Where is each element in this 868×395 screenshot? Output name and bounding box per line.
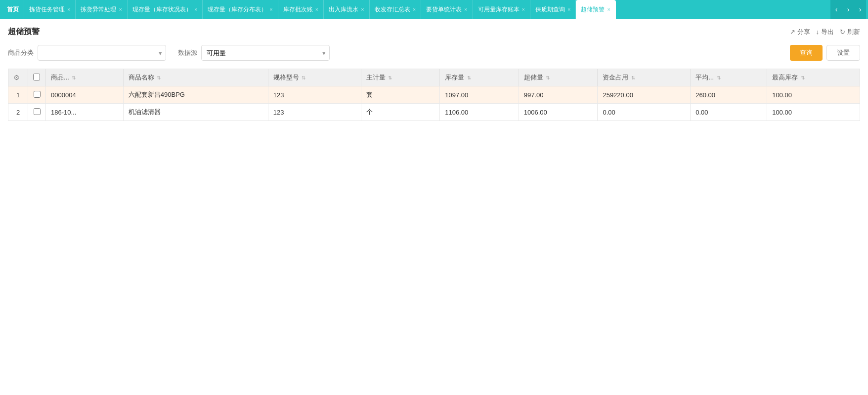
capital-usage: 0.00 bbox=[598, 104, 691, 121]
max-stock: 100.00 bbox=[767, 86, 860, 104]
avg: 0.00 bbox=[691, 104, 767, 121]
share-icon: ↗ bbox=[790, 28, 795, 36]
nav-arrow-group: ‹ › › bbox=[830, 0, 866, 19]
th-product-name: 商品名称 ⇅ bbox=[123, 69, 268, 86]
page-content: 超储预警 ↗ 分享 ↓ 导出 ↻ 刷新 商品分类 bbox=[0, 19, 868, 395]
product-code: 186-10... bbox=[46, 104, 124, 121]
product-name: 六配套新昌490BPG bbox=[123, 86, 268, 104]
close-icon[interactable]: × bbox=[67, 6, 70, 12]
row-checkbox[interactable] bbox=[34, 91, 41, 98]
unit: 个 bbox=[361, 104, 440, 121]
tab-label: 保质期查询 bbox=[535, 5, 565, 14]
sort-icon[interactable]: ⇅ bbox=[467, 75, 471, 80]
close-icon[interactable]: × bbox=[194, 6, 197, 12]
header-actions: ↗ 分享 ↓ 导出 ↻ 刷新 bbox=[790, 28, 861, 37]
tab-label: 要货单统计表 bbox=[426, 5, 462, 14]
spec: 123 bbox=[268, 104, 361, 121]
share-action[interactable]: ↗ 分享 bbox=[790, 28, 810, 37]
spec: 123 bbox=[268, 86, 361, 104]
close-icon[interactable]: × bbox=[607, 6, 610, 12]
gear-icon[interactable]: ⚙ bbox=[13, 74, 20, 81]
stock-qty: 1097.00 bbox=[440, 86, 519, 104]
nav-menu-button[interactable]: › bbox=[854, 0, 866, 19]
top-navigation: 首页 拣货任务管理 × 拣货异常处理 × 现存量（库存状况表） × 现存量（库存… bbox=[0, 0, 868, 19]
over-qty: 1006.00 bbox=[519, 104, 598, 121]
th-max-stock: 最高库存 ⇅ bbox=[767, 69, 860, 86]
query-button[interactable]: 查询 bbox=[790, 45, 823, 61]
th-gear: ⚙ bbox=[8, 69, 28, 86]
filter-row: 商品分类 数据源 可用量 查询 设置 bbox=[8, 45, 860, 61]
close-icon[interactable]: × bbox=[464, 6, 467, 12]
th-unit: 主计量 ⇅ bbox=[361, 69, 440, 86]
sort-icon[interactable]: ⇅ bbox=[631, 75, 635, 80]
tab-label: 可用量库存账本 bbox=[478, 5, 520, 14]
close-icon[interactable]: × bbox=[315, 6, 318, 12]
refresh-action[interactable]: ↻ 刷新 bbox=[840, 28, 860, 37]
th-avg: 平均... ⇅ bbox=[691, 69, 767, 86]
category-label: 商品分类 bbox=[8, 48, 34, 57]
unit: 套 bbox=[361, 86, 440, 104]
category-select-wrapper bbox=[38, 45, 166, 61]
sort-icon[interactable]: ⇅ bbox=[717, 75, 721, 80]
select-all-checkbox[interactable] bbox=[33, 74, 40, 80]
export-action[interactable]: ↓ 导出 bbox=[816, 28, 834, 37]
nav-tab-churukuliushui[interactable]: 出入库流水 × bbox=[324, 0, 369, 19]
sort-icon[interactable]: ⇅ bbox=[546, 75, 550, 80]
tab-label: 现存量（库存分布表） bbox=[208, 5, 267, 14]
category-filter-group: 商品分类 bbox=[8, 45, 166, 61]
sort-icon[interactable]: ⇅ bbox=[801, 75, 805, 80]
th-capital-usage: 资金占用 ⇅ bbox=[598, 69, 691, 86]
close-icon[interactable]: × bbox=[361, 6, 364, 12]
close-icon[interactable]: × bbox=[522, 6, 525, 12]
sort-icon[interactable]: ⇅ bbox=[72, 75, 76, 80]
nav-tab-baozhi[interactable]: 保质期查询 × bbox=[530, 0, 576, 19]
th-product-name-label: 商品名称 bbox=[129, 74, 154, 81]
nav-tab-keyongliang[interactable]: 可用量库存账本 × bbox=[473, 0, 530, 19]
th-checkbox bbox=[28, 69, 46, 86]
category-select[interactable] bbox=[38, 45, 166, 61]
nav-tab-jianhuorenwu[interactable]: 拣货任务管理 × bbox=[24, 0, 76, 19]
row-num: 2 bbox=[8, 104, 28, 121]
th-product-code-label: 商品... bbox=[51, 74, 69, 81]
product-code: 0000004 bbox=[46, 86, 124, 104]
nav-prev-button[interactable]: ‹ bbox=[830, 0, 842, 19]
max-stock: 100.00 bbox=[767, 104, 860, 121]
th-over-qty: 超储量 ⇅ bbox=[519, 69, 598, 86]
share-label: 分享 bbox=[797, 28, 810, 37]
close-icon[interactable]: × bbox=[119, 6, 122, 12]
tab-label: 拣货任务管理 bbox=[29, 5, 65, 14]
tab-label: 超储预警 bbox=[581, 5, 605, 14]
datasource-label: 数据源 bbox=[178, 48, 197, 57]
close-icon[interactable]: × bbox=[413, 6, 416, 12]
datasource-select[interactable]: 可用量 bbox=[201, 45, 330, 61]
th-avg-label: 平均... bbox=[695, 74, 714, 81]
nav-tab-jianhuoyichang[interactable]: 拣货异常处理 × bbox=[76, 0, 127, 19]
row-checkbox[interactable] bbox=[34, 108, 41, 115]
nav-tab-xiancunliang2[interactable]: 现存量（库存分布表） × bbox=[203, 0, 278, 19]
nav-tab-xiancunliang1[interactable]: 现存量（库存状况表） × bbox=[128, 0, 203, 19]
sort-icon[interactable]: ⇅ bbox=[157, 75, 161, 80]
nav-tab-kucunpici[interactable]: 库存批次账 × bbox=[278, 0, 324, 19]
tab-label: 收发存汇总表 bbox=[375, 5, 410, 14]
sort-icon[interactable]: ⇅ bbox=[388, 75, 392, 80]
nav-tab-shoufacun[interactable]: 收发存汇总表 × bbox=[370, 0, 421, 19]
export-label: 导出 bbox=[821, 28, 834, 37]
row-num: 1 bbox=[8, 86, 28, 104]
nav-next-button[interactable]: › bbox=[842, 0, 854, 19]
nav-home[interactable]: 首页 bbox=[2, 0, 24, 19]
table-header: ⚙ 商品... ⇅ 商品名称 ⇅ 规格型号 ⇅ 主计量 bbox=[8, 69, 860, 86]
th-product-code: 商品... ⇅ bbox=[46, 69, 124, 86]
datasource-select-wrapper: 可用量 bbox=[201, 45, 330, 61]
nav-tab-yaohuo[interactable]: 要货单统计表 × bbox=[421, 0, 473, 19]
th-spec: 规格型号 ⇅ bbox=[268, 69, 361, 86]
sort-icon[interactable]: ⇅ bbox=[302, 75, 305, 80]
table-row: 2 186-10... 机油滤清器 123 个 1106.00 1006.00 … bbox=[8, 104, 860, 121]
close-icon[interactable]: × bbox=[269, 6, 272, 12]
settings-button[interactable]: 设置 bbox=[826, 45, 860, 61]
th-over-qty-label: 超储量 bbox=[524, 74, 543, 81]
close-icon[interactable]: × bbox=[567, 6, 570, 12]
tab-label: 库存批次账 bbox=[283, 5, 313, 14]
nav-tab-chaochuyujing[interactable]: 超储预警 × bbox=[576, 0, 615, 19]
th-spec-label: 规格型号 bbox=[273, 74, 299, 81]
export-icon: ↓ bbox=[816, 28, 820, 36]
